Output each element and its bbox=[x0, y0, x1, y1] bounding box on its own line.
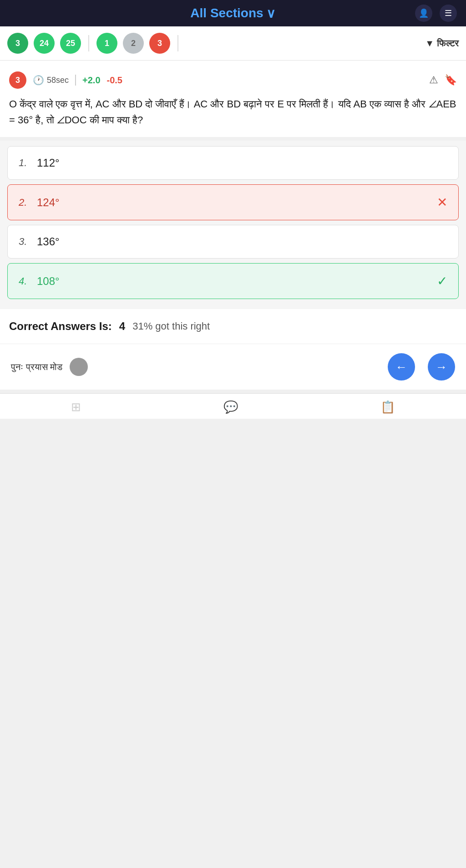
option-2[interactable]: 2. 124° ✕ bbox=[7, 184, 459, 220]
question-text: O केंद्र वाले एक वृत्त में, AC और BD दो … bbox=[9, 96, 457, 128]
badge-red-3[interactable]: 3 bbox=[149, 33, 170, 54]
correct-answer-label: Correct Answers Is: bbox=[9, 320, 112, 333]
timer-text: 58sec bbox=[47, 76, 69, 85]
meta-divider bbox=[75, 75, 76, 86]
bookmark-icon[interactable]: 🔖 bbox=[445, 74, 457, 86]
badge-2[interactable]: 2 bbox=[123, 33, 144, 54]
header-icons: 👤 ☰ bbox=[415, 5, 457, 22]
menu-icon[interactable]: ☰ bbox=[440, 5, 457, 22]
header-title-text: All Sections bbox=[190, 6, 263, 20]
grid-icon: ⊞ bbox=[71, 400, 81, 414]
percent-text: 31% got this right bbox=[132, 320, 210, 332]
prev-button[interactable]: ← bbox=[388, 353, 415, 381]
filter-button[interactable]: ▼ फिल्टर bbox=[425, 38, 459, 49]
option-1[interactable]: 1. 112° bbox=[7, 146, 459, 180]
divider-2 bbox=[177, 35, 178, 51]
option-3-left: 3. 136° bbox=[19, 235, 60, 248]
option-3-text: 136° bbox=[37, 235, 60, 248]
option-1-text: 112° bbox=[37, 157, 60, 169]
retry-toggle[interactable] bbox=[70, 358, 88, 376]
option-3[interactable]: 3. 136° bbox=[7, 225, 459, 259]
warning-icon[interactable]: ⚠ bbox=[429, 74, 438, 86]
option-2-left: 2. 124° bbox=[19, 196, 60, 209]
meta-actions: ⚠ 🔖 bbox=[429, 74, 457, 86]
badge-3[interactable]: 3 bbox=[7, 33, 28, 54]
header-title[interactable]: All Sections ∨ bbox=[190, 6, 275, 21]
option-4[interactable]: 4. 108° ✓ bbox=[7, 263, 459, 299]
list-icon: 📋 bbox=[380, 400, 395, 414]
prev-arrow-icon: ← bbox=[395, 360, 407, 374]
badge-1[interactable]: 1 bbox=[96, 33, 117, 54]
user-icon[interactable]: 👤 bbox=[415, 5, 432, 22]
retry-label: पुनः प्रयास मोड bbox=[11, 362, 62, 372]
option-3-num: 3. bbox=[19, 236, 30, 248]
divider-1 bbox=[88, 35, 89, 51]
score-negative: -0.5 bbox=[107, 75, 122, 86]
correct-icon: ✓ bbox=[437, 274, 447, 289]
question-container: 3 🕐 58sec +2.0 -0.5 ⚠ 🔖 O केंद्र वाले एक… bbox=[0, 61, 466, 137]
option-4-num: 4. bbox=[19, 275, 30, 287]
next-button[interactable]: → bbox=[428, 353, 455, 381]
question-meta: 3 🕐 58sec +2.0 -0.5 ⚠ 🔖 bbox=[9, 71, 457, 89]
badge-25[interactable]: 25 bbox=[60, 33, 81, 54]
question-number-badge: 3 bbox=[9, 71, 26, 89]
footer-nav-list[interactable]: 📋 bbox=[380, 400, 395, 414]
clock-icon: 🕐 bbox=[33, 75, 44, 86]
option-1-num: 1. bbox=[19, 157, 30, 169]
option-4-left: 4. 108° bbox=[19, 275, 60, 288]
chevron-down-icon: ∨ bbox=[266, 6, 276, 21]
badge-24[interactable]: 24 bbox=[34, 33, 55, 54]
timer-info: 🕐 58sec bbox=[33, 75, 69, 86]
bottom-bar: पुनः प्रयास मोड ← → bbox=[0, 344, 466, 390]
score-positive: +2.0 bbox=[82, 75, 100, 86]
footer-nav-grid[interactable]: ⊞ bbox=[71, 400, 81, 414]
filter-label: फिल्टर bbox=[437, 38, 459, 49]
footer-nav: ⊞ 💬 📋 bbox=[0, 393, 466, 419]
correct-answer-num: 4 bbox=[119, 320, 125, 333]
option-4-text: 108° bbox=[37, 275, 60, 288]
app-header: All Sections ∨ 👤 ☰ bbox=[0, 0, 466, 26]
filter-bar: 3 24 25 1 2 3 ▼ फिल्टर bbox=[0, 26, 466, 61]
option-2-num: 2. bbox=[19, 197, 30, 208]
option-1-left: 1. 112° bbox=[19, 157, 60, 169]
chat-icon: 💬 bbox=[223, 400, 238, 414]
wrong-icon: ✕ bbox=[437, 195, 447, 210]
next-arrow-icon: → bbox=[436, 360, 447, 374]
option-2-text: 124° bbox=[37, 196, 60, 209]
filter-icon: ▼ bbox=[425, 38, 434, 49]
footer-nav-chat[interactable]: 💬 bbox=[223, 400, 238, 414]
correct-answer-row: Correct Answers Is: 4 31% got this right bbox=[0, 309, 466, 344]
options-container: 1. 112° 2. 124° ✕ 3. 136° 4. 108° ✓ bbox=[0, 141, 466, 309]
